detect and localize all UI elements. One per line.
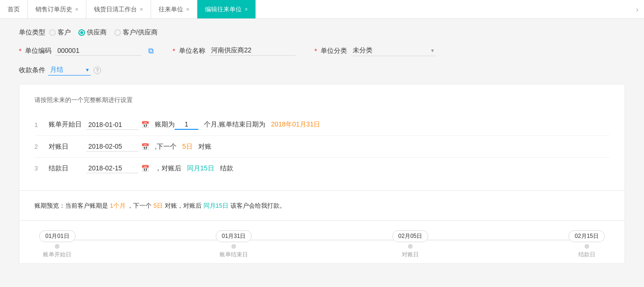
unit-type-field: 单位类型 客户 供应商 客户/供应商: [19, 28, 158, 37]
radio-customer-label: 客户: [58, 28, 71, 37]
tab-daily-clear-label: 钱货日清工作台: [94, 5, 137, 14]
timeline-sublabel-1: 账单开始日: [43, 251, 71, 259]
preview-suffix: 该客户会给我打款。: [230, 202, 286, 209]
payment-condition-field: 收款条件 月结 ▾ ?: [19, 65, 101, 76]
timeline-dot-1: [55, 244, 59, 249]
radio-customer-circle: [49, 29, 56, 36]
radio-supplier-circle: [78, 29, 85, 36]
period-num-1: 1: [34, 121, 49, 128]
unit-code-field: * 单位编码 ⧉: [19, 46, 153, 56]
tab-home-label: 首页: [8, 5, 20, 14]
unit-info-row: * 单位编码 ⧉ * 单位名称 * 单位分类 未分类 ▾: [19, 45, 625, 56]
tab-edit-partner-label: 编辑往来单位: [205, 5, 242, 14]
unit-name-star: *: [172, 47, 175, 55]
tab-edit-partner-close[interactable]: ×: [245, 6, 248, 13]
preview-prefix: 账期预览：当前客户账期是: [34, 202, 108, 209]
timeline-label-4: 02月15日: [568, 230, 605, 242]
payment-condition-row: 收款条件 月结 ▾ ?: [19, 65, 625, 76]
unit-name-input[interactable]: [209, 46, 296, 56]
period-label-2: 对账日: [49, 143, 86, 151]
preview-part3: 同月15日: [203, 202, 229, 209]
timeline-sublabel-4: 结款日: [578, 251, 595, 259]
unit-category-field: * 单位分类 未分类 ▾: [314, 45, 436, 56]
calendar-icon-1[interactable]: 📅: [141, 121, 149, 128]
tab-sales-history-close[interactable]: ×: [75, 6, 78, 13]
timeline-label-2: 01月31日: [216, 230, 252, 242]
timeline-point-1: 01月01日 账单开始日: [39, 230, 76, 259]
calendar-icon-2[interactable]: 📅: [141, 143, 149, 151]
tab-edit-partner[interactable]: 编辑往来单位 ×: [197, 0, 256, 18]
timeline-point-4: 02月15日 结款日: [568, 230, 605, 259]
unit-category-select[interactable]: 未分类 ▾: [351, 45, 436, 56]
unit-type-row: 单位类型 客户 供应商 客户/供应商: [19, 28, 625, 37]
card-title: 请按照未来的一个完整帐期进行设置: [34, 96, 610, 104]
period-num-3: 3: [34, 165, 49, 172]
timeline-dot-2: [231, 244, 236, 249]
timeline-label-3: 02月05日: [392, 230, 429, 242]
unit-code-copy-icon[interactable]: ⧉: [148, 47, 153, 55]
radio-both[interactable]: 客户/供应商: [114, 28, 158, 37]
period-label-1: 账单开始日: [49, 120, 86, 129]
period-row-1: 1 账单开始日 📅 账期为 个月,账单结束日期为 2018年01月31日: [34, 114, 610, 136]
timeline-point-3: 02月05日 对账日: [392, 230, 429, 259]
tab-partners-close[interactable]: ×: [186, 6, 189, 13]
period-desc-2-suffix: 对账: [198, 143, 212, 151]
period-desc-3-highlight: 同月15日: [187, 164, 214, 173]
timeline-point-2: 01月31日 账单结束日: [216, 230, 252, 259]
period-desc-2-highlight: 5日: [182, 143, 193, 151]
timeline-dot-4: [585, 244, 589, 249]
unit-category-arrow-icon: ▾: [431, 47, 434, 54]
radio-both-circle: [114, 29, 121, 36]
calendar-icon-3[interactable]: 📅: [141, 165, 149, 172]
tab-more-button[interactable]: ›: [630, 0, 644, 18]
preview-section: 账期预览：当前客户账期是 1个月 ，下一个 5日 对账，对账后 同月15日 该客…: [19, 191, 625, 221]
unit-category-label: 单位分类: [321, 47, 347, 55]
tabs-bar: 首页 销售订单历史 × 钱货日清工作台 × 往来单位 × 编辑往来单位 × ›: [0, 0, 644, 19]
preview-sep1: ，下一个: [127, 202, 152, 209]
unit-category-value: 未分类: [353, 46, 431, 55]
tab-daily-clear-close[interactable]: ×: [140, 6, 143, 13]
tab-sales-history[interactable]: 销售订单历史 ×: [28, 0, 86, 18]
unit-code-input[interactable]: [55, 46, 142, 56]
tab-partners-label: 往来单位: [159, 5, 183, 14]
period-num-2: 2: [34, 143, 49, 150]
period-desc-3-prefix: ，对账后: [155, 164, 181, 173]
timeline-dot-3: [408, 244, 413, 249]
period-desc-3-suffix: 结款: [220, 164, 233, 173]
radio-customer[interactable]: 客户: [49, 28, 71, 37]
unit-name-field: * 单位名称: [172, 46, 295, 56]
unit-code-label: 单位编码: [25, 47, 51, 55]
period-card: 请按照未来的一个完整帐期进行设置 1 账单开始日 📅 账期为 个月,账单结束日期…: [19, 84, 625, 191]
period-months-input[interactable]: [175, 119, 198, 130]
radio-supplier-label: 供应商: [87, 28, 107, 37]
period-row-3: 3 结款日 📅 ，对账后 同月15日 结款: [34, 158, 610, 179]
payment-condition-select[interactable]: 月结 ▾: [48, 65, 91, 76]
main-content: 单位类型 客户 供应商 客户/供应商 * 单位编码: [0, 19, 644, 287]
period-date-1[interactable]: [86, 120, 138, 130]
tab-home[interactable]: 首页: [0, 0, 28, 18]
period-desc-2-prefix: ,下一个: [155, 143, 177, 151]
period-date-2[interactable]: [86, 142, 138, 152]
timeline-sublabel-2: 账单结束日: [220, 251, 248, 259]
unit-type-label: 单位类型: [19, 28, 45, 37]
tab-sales-history-label: 销售订单历史: [35, 5, 72, 14]
unit-name-label: 单位名称: [179, 47, 205, 55]
timeline-label-1: 01月01日: [39, 230, 76, 242]
period-desc-1-prefix: 账期为: [155, 120, 175, 129]
preview-part2: 5日: [153, 202, 163, 209]
radio-supplier[interactable]: 供应商: [78, 28, 107, 37]
preview-text: 账期预览：当前客户账期是 1个月 ，下一个 5日 对账，对账后 同月15日 该客…: [34, 202, 286, 209]
period-desc-1-suffix: 个月,账单结束日期为: [204, 120, 265, 129]
unit-code-star: *: [19, 47, 21, 55]
help-icon[interactable]: ?: [93, 67, 101, 74]
period-row-2: 2 对账日 📅 ,下一个 5日 对账: [34, 136, 610, 158]
tab-partners[interactable]: 往来单位 ×: [151, 0, 197, 18]
period-label-3: 结款日: [49, 164, 86, 173]
tab-daily-clear[interactable]: 钱货日清工作台 ×: [86, 0, 151, 18]
radio-group-unit-type: 客户 供应商 客户/供应商: [49, 28, 158, 37]
preview-part1: 1个月: [110, 202, 126, 209]
timeline-section: 01月01日 账单开始日 01月31日 账单结束日 02月05日 对账日 02月…: [19, 221, 625, 264]
payment-condition-arrow-icon: ▾: [86, 67, 89, 73]
period-date-3[interactable]: [86, 163, 138, 173]
payment-condition-label: 收款条件: [19, 66, 45, 75]
